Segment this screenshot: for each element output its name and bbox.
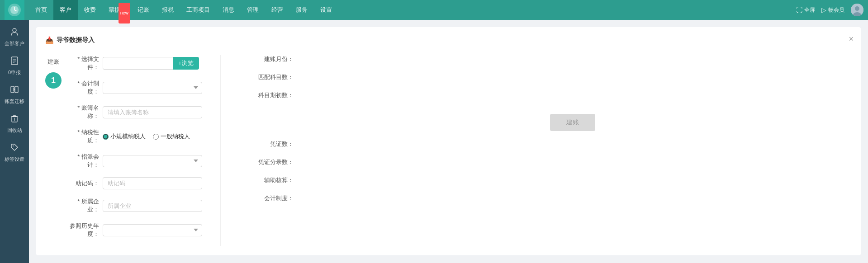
nav-item-customer[interactable]: 客户	[53, 0, 78, 20]
nav-item-service[interactable]: 服务	[289, 0, 314, 20]
fullscreen-icon: ⛶	[796, 6, 802, 14]
match-subject-label: 匹配科目数：	[253, 73, 294, 81]
build-month-row: 建账月份：	[253, 55, 852, 63]
step-indicator: 建账 1	[45, 58, 62, 89]
general-taxpayer-radio[interactable]	[153, 134, 159, 140]
logo-icon	[8, 4, 21, 16]
app-logo[interactable]	[5, 0, 24, 20]
migrate-icon	[10, 85, 19, 96]
ledger-name-row: * 账簿名称：	[69, 104, 202, 120]
main-nav: 首页 客户 收费 票据 new 记账 报税 工商项目 消息 管理 经营 服务 设…	[29, 0, 338, 20]
file-input[interactable]	[103, 57, 173, 70]
file-row: * 选择文件： +浏览	[69, 55, 202, 71]
main-content: 📥 导爷数据导入 × 建账 1 * 选择文件：	[29, 20, 868, 263]
tax-type-label: * 纳税性质：	[69, 128, 103, 145]
browse-button[interactable]: +浏览	[173, 57, 199, 70]
tax-type-row: * 纳税性质： 小规模纳税人 一般纳税人	[69, 128, 202, 145]
svg-point-1	[855, 6, 859, 11]
top-nav: 首页 客户 收费 票据 new 记账 报税 工商项目 消息 管理 经营 服务 设…	[0, 0, 868, 20]
import-icon: 📥	[45, 36, 54, 44]
nav-item-business[interactable]: 工商项目	[180, 0, 216, 20]
report-icon	[10, 56, 19, 67]
general-taxpayer-option[interactable]: 一般纳税人	[153, 132, 190, 141]
page-layout: 全部客户 0申报 账套迁移	[0, 20, 868, 263]
history-year-label: 参照历史年度：	[69, 222, 103, 238]
fullscreen-btn[interactable]: ⛶ 全屏	[796, 6, 815, 14]
close-button[interactable]: ×	[849, 34, 854, 44]
avatar[interactable]	[851, 4, 863, 16]
accountant-label: * 指派会计：	[69, 153, 103, 169]
memo-code-input[interactable]	[103, 177, 202, 189]
accountant-select[interactable]	[103, 155, 202, 167]
play-icon: ▷	[821, 6, 826, 14]
company-input[interactable]	[103, 200, 202, 212]
sidebar-item-migrate[interactable]: 账套迁移	[0, 81, 29, 108]
sidebar-label-zero-report: 0申报	[8, 69, 21, 76]
nav-item-home[interactable]: 首页	[29, 0, 53, 20]
left-form-area: 建账 1 * 选择文件： +浏览	[45, 55, 202, 246]
step-circle: 1	[45, 72, 62, 89]
aux-calc-label: 辅助核算：	[253, 176, 294, 184]
small-taxpayer-radio[interactable]	[103, 134, 109, 140]
accounting-select[interactable]	[103, 82, 202, 94]
accounting-system-label: 会计制度：	[253, 194, 294, 202]
build-account-button[interactable]: 建账	[550, 114, 595, 131]
sidebar-label-all-customers: 全部客户	[5, 40, 24, 47]
nav-right: ⛶ 全屏 ▷ 畅会员	[796, 4, 863, 16]
new-badge: new	[119, 3, 130, 23]
voucher-count-row: 凭证数：	[253, 140, 852, 148]
svg-rect-9	[15, 86, 18, 93]
voucher-record-label: 凭证分录数：	[253, 158, 294, 166]
accounting-label: * 会计制度：	[69, 80, 103, 96]
sidebar-item-recycle[interactable]: 回收站	[0, 110, 29, 137]
company-label: * 所属企业：	[69, 197, 103, 214]
vertical-divider	[220, 55, 221, 246]
trash-icon	[10, 114, 19, 125]
sidebar-item-tags[interactable]: 标签设置	[0, 139, 29, 166]
panel: 📥 导爷数据导入 × 建账 1 * 选择文件：	[36, 27, 861, 255]
nav-item-settings[interactable]: 设置	[314, 0, 338, 20]
sidebar: 全部客户 0申报 账套迁移	[0, 20, 29, 263]
build-month-label: 建账月份：	[253, 55, 294, 63]
nav-item-admin[interactable]: 管理	[241, 0, 265, 20]
small-taxpayer-option[interactable]: 小规模纳税人	[103, 132, 146, 141]
company-row: * 所属企业：	[69, 197, 202, 214]
nav-item-operation[interactable]: 经营	[265, 0, 289, 20]
right-info-section: 建账月份： 匹配科目数： 科目期初数： 建账	[239, 55, 852, 246]
build-btn-container: 建账	[253, 109, 852, 131]
nav-item-billing[interactable]: 收费	[78, 0, 102, 20]
tax-radio-group: 小规模纳税人 一般纳税人	[103, 132, 190, 141]
nav-item-bookkeeping[interactable]: 记账	[131, 0, 156, 20]
sidebar-label-migrate: 账套迁移	[5, 98, 24, 105]
voucher-count-label: 凭证数：	[253, 140, 294, 148]
sidebar-item-zero-report[interactable]: 0申报	[0, 52, 29, 80]
accounting-system-row: 会计制度：	[253, 194, 852, 202]
subject-init-row: 科目期初数：	[253, 91, 852, 99]
memo-code-row: 助记码：	[69, 177, 202, 189]
sidebar-item-all-customers[interactable]: 全部客户	[0, 23, 29, 51]
history-year-select[interactable]	[103, 224, 202, 236]
nav-item-invoice[interactable]: 票据 new	[102, 0, 131, 20]
memo-code-label: 助记码：	[69, 179, 103, 188]
sidebar-label-recycle: 回收站	[7, 127, 22, 134]
panel-title: 📥 导爷数据导入	[45, 36, 852, 44]
ledger-name-label: * 账簿名称：	[69, 104, 103, 120]
ledger-name-input[interactable]	[103, 106, 202, 118]
match-subject-row: 匹配科目数：	[253, 73, 852, 81]
sidebar-label-tags: 标签设置	[5, 156, 24, 163]
form-fields: * 选择文件： +浏览 * 会计制度：	[69, 55, 202, 246]
history-year-row: 参照历史年度：	[69, 222, 202, 238]
step-label: 建账	[47, 58, 59, 66]
file-label: * 选择文件：	[69, 55, 103, 71]
svg-point-3	[13, 28, 16, 32]
tag-icon	[10, 143, 19, 154]
nav-item-tax[interactable]: 报税	[156, 0, 180, 20]
member-btn[interactable]: ▷ 畅会员	[821, 6, 844, 14]
accounting-row: * 会计制度：	[69, 80, 202, 96]
svg-point-13	[13, 146, 14, 146]
svg-rect-8	[11, 86, 14, 93]
nav-item-message[interactable]: 消息	[216, 0, 241, 20]
file-input-group: +浏览	[103, 57, 199, 70]
subject-init-label: 科目期初数：	[253, 91, 294, 99]
people-icon	[10, 27, 19, 38]
